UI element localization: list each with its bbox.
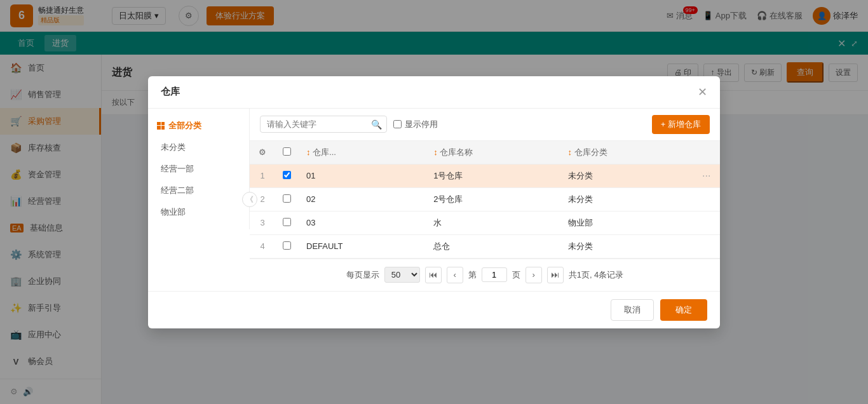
col-name-header: ↕ 仓库名称	[426, 141, 560, 165]
row-code: 01	[299, 164, 426, 187]
row-category: 未分类	[560, 164, 695, 187]
search-icon[interactable]: 🔍	[371, 119, 382, 130]
row-checkbox[interactable]	[283, 171, 291, 179]
grid-icon	[157, 122, 165, 130]
page-prev-button[interactable]: ‹	[447, 267, 463, 283]
col-check-header	[275, 141, 299, 165]
page-input[interactable]	[482, 267, 507, 282]
row-name: 1号仓库	[426, 164, 560, 187]
show-disabled-label[interactable]: 显示停用	[393, 119, 438, 130]
row-index: 4	[250, 234, 275, 258]
show-disabled-text: 显示停用	[405, 119, 438, 130]
table-row[interactable]: 4 DEFAULT 总仓 未分类	[250, 234, 720, 258]
cancel-button[interactable]: 取消	[611, 299, 654, 321]
row-name: 2号仓库	[426, 187, 560, 211]
row-actions	[695, 234, 720, 258]
page-first-button[interactable]: ⏮	[425, 267, 442, 283]
new-warehouse-button[interactable]: + 新增仓库	[652, 115, 710, 134]
dialog-title: 仓库	[161, 86, 180, 98]
col-category-header: ↕ 仓库分类	[560, 141, 695, 165]
warehouse-table-body: 1 01 1号仓库 未分类 ··· 2 02 2号仓库 未分类 3 03 水 物…	[250, 164, 720, 258]
row-code: DEFAULT	[299, 234, 426, 258]
col-category-label: 仓库分类	[574, 147, 607, 157]
dialog-header: 仓库 ✕	[148, 76, 720, 109]
warehouse-table: ⚙ ↕ 仓库... ↕ 仓库名称	[250, 141, 720, 259]
category-item-0[interactable]: 未分类	[148, 137, 249, 158]
row-code: 03	[299, 211, 426, 234]
dialog-overlay: 仓库 ✕ 全部分类 未分类 经	[0, 0, 868, 404]
row-checkbox[interactable]	[283, 218, 291, 226]
page-last-button[interactable]: ⏭	[547, 267, 564, 283]
sort-name-icon: ↕	[433, 147, 438, 157]
total-label: 共1页, 4条记录	[569, 269, 624, 281]
row-index: 1	[250, 164, 275, 187]
table-header-row: ⚙ ↕ 仓库... ↕ 仓库名称	[250, 141, 720, 165]
sort-icon: ↕	[306, 147, 311, 157]
row-category: 物业部	[560, 211, 695, 234]
row-category: 未分类	[560, 187, 695, 211]
row-actions	[695, 187, 720, 211]
dialog-body: 全部分类 未分类 经营一部 经营二部 物业部 《 🔍	[148, 109, 720, 291]
table-row[interactable]: 2 02 2号仓库 未分类	[250, 187, 720, 211]
table-row[interactable]: 1 01 1号仓库 未分类 ···	[250, 164, 720, 187]
table-row[interactable]: 3 03 水 物业部	[250, 211, 720, 234]
row-checkbox[interactable]	[283, 194, 291, 203]
all-category-item[interactable]: 全部分类	[148, 115, 249, 137]
row-actions: ···	[695, 164, 720, 187]
table-toolbar: 🔍 显示停用 + 新增仓库	[250, 109, 720, 141]
search-input[interactable]	[260, 116, 387, 133]
row-actions	[695, 211, 720, 234]
row-check[interactable]	[275, 211, 299, 234]
page-label-pre: 第	[468, 269, 477, 281]
row-category: 未分类	[560, 234, 695, 258]
row-checkbox[interactable]	[283, 241, 291, 250]
per-page-label: 每页显示	[346, 269, 379, 281]
row-more-button[interactable]: ···	[702, 170, 710, 181]
col-settings-header[interactable]: ⚙	[250, 141, 275, 165]
category-item-3[interactable]: 物业部	[148, 201, 249, 223]
dialog-footer: 取消 确定	[148, 291, 720, 328]
page-next-button[interactable]: ›	[526, 267, 542, 283]
row-index: 3	[250, 211, 275, 234]
sort-cat-icon: ↕	[568, 147, 573, 157]
category-panel-wrap: 全部分类 未分类 经营一部 经营二部 物业部 《	[148, 109, 250, 291]
category-panel: 全部分类 未分类 经营一部 经营二部 物业部	[148, 109, 250, 229]
row-name: 总仓	[426, 234, 560, 258]
confirm-button[interactable]: 确定	[660, 299, 707, 321]
row-code: 02	[299, 187, 426, 211]
col-action-header	[695, 141, 720, 165]
row-check[interactable]	[275, 187, 299, 211]
select-all-checkbox[interactable]	[283, 147, 291, 156]
pagination: 每页显示 50 100 ⏮ ‹ 第 页 › ⏭ 共1页, 4条记录	[250, 259, 720, 291]
category-item-2[interactable]: 经营二部	[148, 180, 249, 201]
row-name: 水	[426, 211, 560, 234]
col-code-label: 仓库...	[313, 147, 336, 157]
per-page-select[interactable]: 50 100	[384, 267, 420, 283]
table-panel: 🔍 显示停用 + 新增仓库 ⚙	[250, 109, 720, 291]
all-category-label: 全部分类	[168, 120, 201, 131]
page-label: 页	[512, 269, 520, 281]
row-check[interactable]	[275, 164, 299, 187]
category-collapse-button[interactable]: 《	[242, 192, 257, 207]
warehouse-dialog: 仓库 ✕ 全部分类 未分类 经	[148, 76, 720, 328]
dialog-close-button[interactable]: ✕	[698, 85, 707, 99]
show-disabled-checkbox[interactable]	[393, 120, 402, 128]
row-check[interactable]	[275, 234, 299, 258]
col-code-header: ↕ 仓库...	[299, 141, 426, 165]
col-name-label: 仓库名称	[440, 147, 473, 157]
category-item-1[interactable]: 经营一部	[148, 158, 249, 180]
search-input-wrap: 🔍	[260, 116, 387, 133]
warehouse-table-wrap: ⚙ ↕ 仓库... ↕ 仓库名称	[250, 141, 720, 259]
